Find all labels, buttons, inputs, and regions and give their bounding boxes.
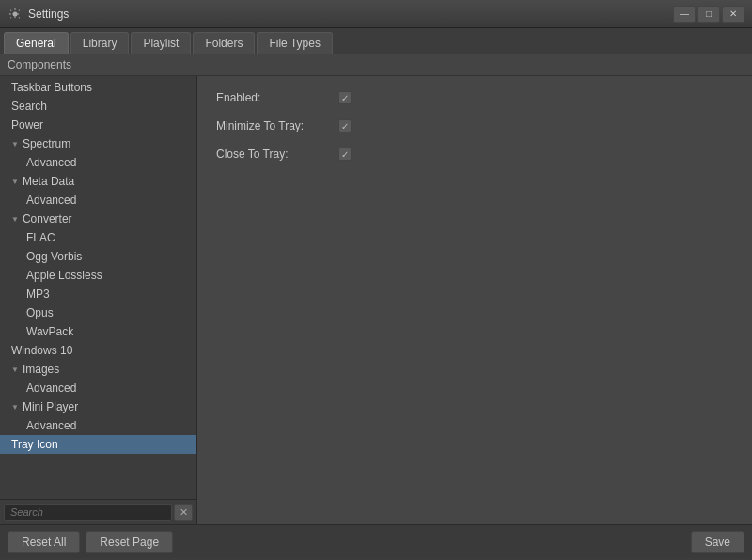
minimize-to-tray-checkbox[interactable] bbox=[338, 119, 352, 132]
app-icon bbox=[8, 7, 23, 22]
tree-item-mini-player[interactable]: Mini Player bbox=[0, 397, 196, 416]
search-clear-button[interactable]: ✕ bbox=[174, 504, 193, 521]
minimize-button[interactable]: — bbox=[673, 6, 696, 23]
window-title: Settings bbox=[28, 8, 673, 21]
tree-item-flac[interactable]: FLAC bbox=[0, 228, 196, 247]
tree-item-images-advanced[interactable]: Advanced bbox=[0, 379, 196, 397]
tree-item-spectrum[interactable]: Spectrum bbox=[0, 134, 196, 153]
main-area: Components Taskbar Buttons Search Power … bbox=[0, 54, 752, 524]
tab-general[interactable]: General bbox=[4, 32, 69, 54]
tab-library[interactable]: Library bbox=[70, 32, 130, 54]
left-panel: Taskbar Buttons Search Power Spectrum Ad… bbox=[0, 76, 197, 524]
close-to-tray-checkbox-wrap bbox=[338, 148, 352, 161]
tree-item-tray-icon[interactable]: Tray Icon bbox=[0, 435, 196, 454]
tree-item-apple-lossless[interactable]: Apple Lossless bbox=[0, 266, 196, 285]
tree-item-meta-advanced[interactable]: Advanced bbox=[0, 191, 196, 210]
search-bar: ✕ bbox=[0, 499, 196, 524]
minimize-to-tray-checkbox-wrap bbox=[338, 119, 352, 132]
search-input[interactable] bbox=[4, 504, 172, 521]
reset-all-button[interactable]: Reset All bbox=[8, 531, 80, 553]
tree-item-spectrum-advanced[interactable]: Advanced bbox=[0, 153, 196, 172]
close-to-tray-checkbox[interactable] bbox=[338, 148, 352, 161]
tree-item-mini-player-advanced[interactable]: Advanced bbox=[0, 416, 196, 435]
tab-playlist[interactable]: Playlist bbox=[131, 32, 191, 54]
tree-item-search[interactable]: Search bbox=[0, 97, 196, 116]
minimize-to-tray-label: Minimize To Tray: bbox=[216, 119, 338, 132]
reset-page-button[interactable]: Reset Page bbox=[86, 531, 173, 553]
tree-item-converter[interactable]: Converter bbox=[0, 210, 196, 228]
enabled-checkbox-wrap bbox=[338, 91, 352, 104]
tree-item-mp3[interactable]: MP3 bbox=[0, 285, 196, 303]
close-to-tray-row: Close To Tray: bbox=[216, 148, 733, 161]
tree-item-power[interactable]: Power bbox=[0, 116, 196, 134]
tree-list: Taskbar Buttons Search Power Spectrum Ad… bbox=[0, 76, 196, 499]
components-header: Components bbox=[0, 54, 752, 76]
close-button[interactable]: ✕ bbox=[722, 6, 744, 23]
title-bar: Settings — □ ✕ bbox=[0, 0, 752, 28]
tree-item-ogg-vorbis[interactable]: Ogg Vorbis bbox=[0, 247, 196, 266]
bottom-bar: Reset All Reset Page Save bbox=[0, 524, 752, 558]
minimize-to-tray-row: Minimize To Tray: bbox=[216, 119, 733, 132]
save-button[interactable]: Save bbox=[691, 531, 744, 553]
tab-file-types[interactable]: File Types bbox=[257, 32, 332, 54]
right-panel: Enabled: Minimize To Tray: Close To Tray… bbox=[197, 76, 752, 524]
tree-item-images[interactable]: Images bbox=[0, 360, 196, 379]
tree-item-wavpack[interactable]: WavPack bbox=[0, 322, 196, 341]
enabled-checkbox[interactable] bbox=[338, 91, 352, 104]
enabled-label: Enabled: bbox=[216, 91, 338, 104]
tree-item-windows10[interactable]: Windows 10 bbox=[0, 341, 196, 360]
window-controls: — □ ✕ bbox=[673, 6, 744, 23]
tab-folders[interactable]: Folders bbox=[193, 32, 255, 54]
content-area: Taskbar Buttons Search Power Spectrum Ad… bbox=[0, 76, 752, 524]
tabs-bar: General Library Playlist Folders File Ty… bbox=[0, 28, 752, 54]
maximize-button[interactable]: □ bbox=[697, 6, 720, 23]
tree-item-meta-data[interactable]: Meta Data bbox=[0, 172, 196, 191]
close-to-tray-label: Close To Tray: bbox=[216, 148, 338, 161]
tree-item-opus[interactable]: Opus bbox=[0, 303, 196, 322]
enabled-row: Enabled: bbox=[216, 91, 733, 104]
svg-point-0 bbox=[13, 11, 18, 16]
tree-item-taskbar-buttons[interactable]: Taskbar Buttons bbox=[0, 78, 196, 97]
